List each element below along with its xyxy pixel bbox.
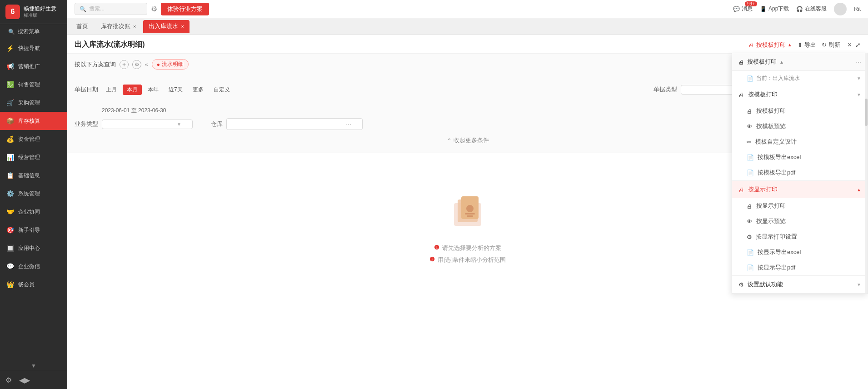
- sidebar-item-wechat[interactable]: 💬 企业微信: [0, 257, 67, 275]
- sidebar-nav: ⚡ 快捷导航 📢 营销推广 💹 销售管理 🛒 采购管理 📦 库存核算 💰 资金管…: [0, 39, 67, 361]
- username-label: Rit: [854, 6, 861, 12]
- wechat-icon: 💬: [5, 262, 15, 271]
- panel-display-export-pdf[interactable]: 📄 按显示导出pdf: [732, 260, 868, 275]
- sidebar-item-operation[interactable]: 📊 经营管理: [0, 148, 67, 166]
- topbar-search[interactable]: 🔍 搜索...: [75, 3, 147, 15]
- tabs-bar: 首页 库存批次账 × 出入库流水 ×: [67, 18, 868, 35]
- print-expand-icon: ▲: [788, 42, 792, 47]
- panel-item-excel-icon: 📄: [747, 154, 754, 161]
- panel-default-arrow: ▼: [857, 282, 861, 287]
- panel-template-custom[interactable]: ✏ 模板自定义设计: [732, 134, 868, 150]
- fold-icon[interactable]: ◀▶: [19, 376, 30, 384]
- panel-scrollbar-thumb[interactable]: [865, 99, 868, 126]
- panel-template-export-excel[interactable]: 📄 按模板导出excel: [732, 150, 868, 165]
- filter-date-item: 单据日期 上月 本月 本年 近7天 更多 自定义: [75, 85, 234, 95]
- avatar[interactable]: [834, 3, 847, 15]
- biz-type-label: 业务类型: [75, 120, 98, 128]
- printer-icon: 🖨: [748, 41, 754, 48]
- panel-display-excel-icon: 📄: [747, 249, 754, 256]
- filter-collapse-button[interactable]: «: [145, 61, 148, 68]
- marketing-icon: 📢: [5, 62, 15, 71]
- panel-template-export-pdf[interactable]: 📄 按模板导出pdf: [732, 165, 868, 180]
- filter-add-button[interactable]: +: [120, 60, 129, 69]
- search-icon: 🔍: [8, 29, 15, 35]
- sidebar-item-inventory[interactable]: 📦 库存核算: [0, 112, 67, 130]
- sidebar-item-appstore[interactable]: 🔲 应用中心: [0, 239, 67, 257]
- refresh-btn[interactable]: ↻ 刷新: [822, 41, 840, 49]
- panel-section-display-header[interactable]: 🖨 按显示打印 ▲: [732, 181, 868, 198]
- panel-template-print-action[interactable]: 🖨 按模板打印: [732, 103, 868, 119]
- sidebar-scroll-down[interactable]: ▼: [0, 361, 67, 371]
- finance-icon: 💰: [5, 135, 15, 144]
- tab-home[interactable]: 首页: [71, 20, 94, 33]
- panel-display-eye-icon: 👁: [747, 218, 753, 225]
- sidebar-item-collab[interactable]: 🤝 企业协同: [0, 203, 67, 221]
- panel-options-icon[interactable]: ···: [856, 58, 861, 65]
- sidebar-item-vip[interactable]: 👑 畅会员: [0, 275, 67, 294]
- empty-illustration: [445, 190, 490, 235]
- date-btn-custom[interactable]: 自定义: [210, 85, 234, 95]
- export-btn[interactable]: ⬆ 导出: [798, 41, 816, 49]
- tab-flow[interactable]: 出入库流水 ×: [143, 20, 189, 33]
- topbar: 🔍 搜索... ⚙ 体验行业方案 💬 消息 99+ 📱 App下载 🎧 在线客服…: [67, 0, 868, 18]
- panel-display-print-settings[interactable]: ⚙ 按显示打印设置: [732, 229, 868, 244]
- app-download-btn[interactable]: 📱 App下载: [760, 5, 789, 13]
- purchase-icon: 🛒: [5, 98, 15, 107]
- industry-solution-button[interactable]: 体验行业方案: [161, 3, 209, 15]
- sales-icon: 💹: [5, 80, 15, 89]
- panel-display-export-excel[interactable]: 📄 按显示导出excel: [732, 244, 868, 260]
- panel-default-icon: ⚙: [738, 281, 744, 288]
- sidebar: 6 畅捷通好生意 标准版 🔍 搜索菜单 ⚡ 快捷导航 📢 营销推广 💹 销售管理…: [0, 0, 67, 389]
- tab-flow-close[interactable]: ×: [181, 24, 184, 29]
- biz-type-select[interactable]: ▼: [102, 120, 193, 129]
- app-logo-icon: 6: [5, 5, 20, 19]
- sidebar-item-quick-nav[interactable]: ⚡ 快捷导航: [0, 39, 67, 57]
- tab-batch-close[interactable]: ×: [133, 24, 136, 29]
- sidebar-item-finance[interactable]: 💰 资金管理: [0, 130, 67, 148]
- date-btn-more[interactable]: 更多: [189, 85, 208, 95]
- date-btn-this-month[interactable]: 本月: [123, 85, 142, 95]
- empty-hint-2: ❷ 用[选]条件来缩小分析范围: [429, 256, 506, 264]
- sidebar-item-guide[interactable]: 🎯 新手引导: [0, 221, 67, 239]
- panel-section-default-header[interactable]: ⚙ 设置默认功能 ▼: [732, 276, 868, 293]
- settings-icon[interactable]: ⚙: [5, 376, 12, 384]
- vip-icon: 👑: [5, 280, 15, 289]
- warehouse-more-icon[interactable]: ···: [346, 120, 351, 128]
- topbar-left: 🔍 搜索... ⚙ 体验行业方案: [75, 3, 728, 15]
- basic-icon: 📋: [5, 171, 15, 180]
- panel-item-eye-icon: 👁: [747, 123, 753, 130]
- print-template-btn[interactable]: 🖨 按模板打印 ▲: [748, 41, 792, 49]
- sidebar-item-marketing[interactable]: 📢 营销推广: [0, 57, 67, 75]
- sidebar-item-system[interactable]: ⚙️ 系统管理: [0, 185, 67, 203]
- panel-display-preview[interactable]: 👁 按显示预览: [732, 214, 868, 229]
- date-btn-last-7[interactable]: 近7天: [165, 85, 187, 95]
- message-btn[interactable]: 💬 消息 99+: [733, 5, 753, 13]
- panel-scrollbar[interactable]: [865, 53, 868, 294]
- panel-item-edit-icon: ✏: [747, 139, 752, 145]
- panel-display-print-action[interactable]: 🖨 按显示打印: [732, 198, 868, 214]
- online-service-btn[interactable]: 🎧 在线客服: [796, 5, 827, 13]
- window-maximize-btn[interactable]: ⤢: [855, 41, 861, 49]
- biz-type-arrow-icon: ▼: [177, 122, 181, 127]
- filter-header-label: 按以下方案查询: [75, 60, 116, 69]
- warehouse-select[interactable]: ···: [226, 118, 363, 130]
- sidebar-item-sales[interactable]: 💹 销售管理: [0, 75, 67, 94]
- panel-printer-icon: 🖨: [738, 59, 744, 65]
- panel-template-preview[interactable]: 👁 按模板预览: [732, 119, 868, 134]
- panel-section-template-header[interactable]: 🖨 按模板打印 ▼: [732, 86, 868, 103]
- panel-section-display: 🖨 按显示打印 ▲ 🖨 按显示打印 👁 按显示预览 ⚙ 按显示打印设置: [732, 181, 868, 276]
- date-btn-last-month[interactable]: 上月: [102, 85, 121, 95]
- quick-nav-icon: ⚡: [5, 44, 15, 53]
- filter-settings-button[interactable]: ⚙: [132, 60, 141, 69]
- sidebar-item-purchase[interactable]: 🛒 采购管理: [0, 94, 67, 112]
- tab-batch[interactable]: 库存批次账 ×: [95, 20, 141, 33]
- sidebar-item-basic[interactable]: 📋 基础信息: [0, 166, 67, 185]
- page-actions: 🖨 按模板打印 ▲ ⬆ 导出 ↻ 刷新: [748, 41, 840, 49]
- panel-current-arrow: ▼: [857, 76, 861, 81]
- panel-display-title: 🖨 按显示打印: [738, 185, 778, 194]
- window-close-btn[interactable]: ×: [848, 41, 852, 49]
- date-btn-this-year[interactable]: 本年: [144, 85, 163, 95]
- sidebar-search-btn[interactable]: 🔍 搜索菜单: [0, 24, 67, 39]
- topbar-settings-icon[interactable]: ⚙: [151, 5, 157, 13]
- topbar-search-icon: 🔍: [80, 6, 86, 12]
